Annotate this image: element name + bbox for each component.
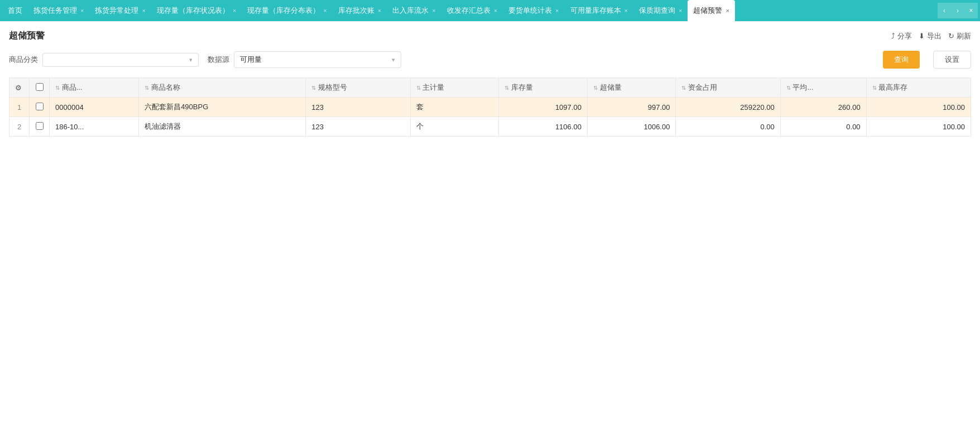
nav-item-label: 现存量（库存分布表） — [247, 6, 320, 16]
cell-stock_qty: 1097.00 — [499, 98, 588, 117]
datasource-select-value: 可用量 — [240, 55, 262, 65]
cell-max_stock: 100.00 — [866, 98, 971, 117]
page-container: 超储预警 ⤴ 分享 ⬇ 导出 ↻ 刷新 商品分类 ▾ 数据源 — [0, 21, 980, 446]
cell-unit: 个 — [410, 117, 499, 137]
nav-item-close[interactable]: × — [494, 7, 497, 14]
row-index: 2 — [9, 117, 30, 137]
sort-icon: ⇅ — [55, 85, 60, 91]
nav-item-11[interactable]: 超储预警× — [688, 0, 734, 21]
col-unit[interactable]: ⇅ 主计量 — [410, 78, 499, 98]
row-checkbox[interactable] — [36, 122, 44, 130]
category-chevron-icon: ▾ — [189, 56, 193, 64]
nav-item-4[interactable]: 现存量（库存分布表）× — [242, 0, 332, 21]
export-label: 导出 — [927, 31, 941, 41]
cell-stock_qty: 1106.00 — [499, 117, 588, 137]
nav-item-7[interactable]: 收发存汇总表× — [441, 0, 503, 21]
cell-product_name: 六配套新昌490BPG — [139, 98, 306, 117]
col-avg[interactable]: ⇅ 平均... — [780, 78, 866, 98]
col-max-stock[interactable]: ⇅ 最高库存 — [866, 78, 971, 98]
top-nav: 首页拣货任务管理×拣货异常处理×现存量（库存状况表）×现存量（库存分布表）×库存… — [0, 0, 980, 21]
nav-item-label: 出入库流水 — [392, 6, 429, 16]
nav-item-0[interactable]: 首页 — [2, 0, 28, 21]
data-table: ⚙ ⇅ 商品... ⇅ 商品名称 ⇅ 规格型号 ⇅ — [9, 77, 971, 137]
col-stock-qty[interactable]: ⇅ 库存量 — [499, 78, 588, 98]
page-header: 超储预警 ⤴ 分享 ⬇ 导出 ↻ 刷新 — [9, 30, 971, 42]
nav-item-label: 收发存汇总表 — [447, 6, 491, 16]
export-button[interactable]: ⬇ 导出 — [919, 31, 941, 41]
sort-icon: ⇅ — [786, 85, 791, 91]
export-icon: ⬇ — [919, 32, 925, 40]
settings-button[interactable]: 设置 — [933, 51, 971, 69]
row-index: 1 — [9, 98, 30, 117]
cell-max_stock: 100.00 — [866, 117, 971, 137]
nav-item-close[interactable]: × — [378, 7, 381, 14]
col-product-code[interactable]: ⇅ 商品... — [50, 78, 139, 98]
datasource-filter: 数据源 可用量 ▾ — [208, 51, 401, 68]
cell-over_qty: 997.00 — [587, 98, 676, 117]
col-capital[interactable]: ⇅ 资金占用 — [676, 78, 780, 98]
query-button[interactable]: 查询 — [883, 51, 920, 69]
category-label: 商品分类 — [9, 55, 38, 65]
sort-icon: ⇅ — [681, 85, 686, 91]
nav-item-close[interactable]: × — [726, 7, 729, 14]
nav-item-close[interactable]: × — [624, 7, 628, 14]
nav-item-9[interactable]: 可用量库存账本× — [565, 0, 633, 21]
select-all-checkbox[interactable] — [36, 83, 44, 91]
nav-item-3[interactable]: 现存量（库存状况表）× — [151, 0, 242, 21]
datasource-select[interactable]: 可用量 ▾ — [234, 51, 401, 68]
sort-icon: ⇅ — [593, 85, 598, 91]
nav-item-8[interactable]: 要货单统计表× — [503, 0, 564, 21]
nav-item-close[interactable]: × — [555, 7, 559, 14]
col-max-stock-label: 最高库存 — [878, 83, 907, 91]
cell-capital: 0.00 — [676, 117, 780, 137]
nav-left-arrow[interactable]: ‹ — [938, 3, 951, 18]
cell-product_code: 0000004 — [50, 98, 139, 117]
table-row: 10000004六配套新昌490BPG123套1097.00997.002592… — [9, 98, 971, 117]
nav-item-10[interactable]: 保质期查询× — [633, 0, 688, 21]
col-product-name-label: 商品名称 — [151, 83, 180, 91]
nav-item-close[interactable]: × — [323, 7, 326, 14]
col-unit-label: 主计量 — [422, 83, 444, 91]
nav-item-close[interactable]: × — [142, 7, 145, 14]
nav-right-arrow[interactable]: › — [951, 3, 964, 18]
col-over-qty[interactable]: ⇅ 超储量 — [587, 78, 676, 98]
nav-item-1[interactable]: 拣货任务管理× — [28, 0, 89, 21]
nav-item-label: 拣货异常处理 — [95, 6, 138, 16]
table-header-row: ⚙ ⇅ 商品... ⇅ 商品名称 ⇅ 规格型号 ⇅ — [9, 78, 971, 98]
nav-item-5[interactable]: 库存批次账× — [333, 0, 387, 21]
category-select[interactable]: ▾ — [42, 53, 199, 67]
row-checkbox[interactable] — [36, 103, 44, 110]
nav-item-label: 超储预警 — [693, 6, 722, 16]
col-stock-qty-label: 库存量 — [511, 83, 533, 91]
col-avg-label: 平均... — [792, 83, 813, 91]
gear-header[interactable]: ⚙ — [9, 78, 30, 98]
nav-item-close[interactable]: × — [80, 7, 84, 14]
category-filter: 商品分类 ▾ — [9, 53, 199, 67]
refresh-button[interactable]: ↻ 刷新 — [948, 31, 971, 41]
cell-capital: 259220.00 — [676, 98, 780, 117]
nav-item-label: 保质期查询 — [639, 6, 675, 16]
share-icon: ⤴ — [891, 32, 895, 40]
nav-more-btn[interactable]: × — [964, 3, 978, 18]
page-title: 超储预警 — [9, 30, 45, 42]
sort-icon: ⇅ — [416, 85, 421, 91]
col-spec[interactable]: ⇅ 规格型号 — [306, 78, 410, 98]
nav-item-close[interactable]: × — [679, 7, 682, 14]
nav-item-close[interactable]: × — [233, 7, 236, 14]
col-product-name[interactable]: ⇅ 商品名称 — [139, 78, 306, 98]
nav-item-6[interactable]: 出入库流水× — [387, 0, 441, 21]
cell-unit: 套 — [410, 98, 499, 117]
nav-item-label: 库存批次账 — [338, 6, 374, 16]
col-product-code-label: 商品... — [62, 83, 83, 91]
refresh-label: 刷新 — [957, 31, 971, 41]
table-row: 2186-10...机油滤清器123个1106.001006.000.000.0… — [9, 117, 971, 137]
cell-product_name: 机油滤清器 — [139, 117, 306, 137]
nav-item-close[interactable]: × — [432, 7, 435, 14]
sort-icon: ⇅ — [505, 85, 509, 91]
sort-icon: ⇅ — [145, 85, 149, 91]
share-button[interactable]: ⤴ 分享 — [891, 31, 912, 41]
cell-over_qty: 1006.00 — [587, 117, 676, 137]
nav-item-2[interactable]: 拣货异常处理× — [89, 0, 151, 21]
checkbox-header[interactable] — [30, 78, 50, 98]
header-actions: ⤴ 分享 ⬇ 导出 ↻ 刷新 — [891, 31, 971, 41]
